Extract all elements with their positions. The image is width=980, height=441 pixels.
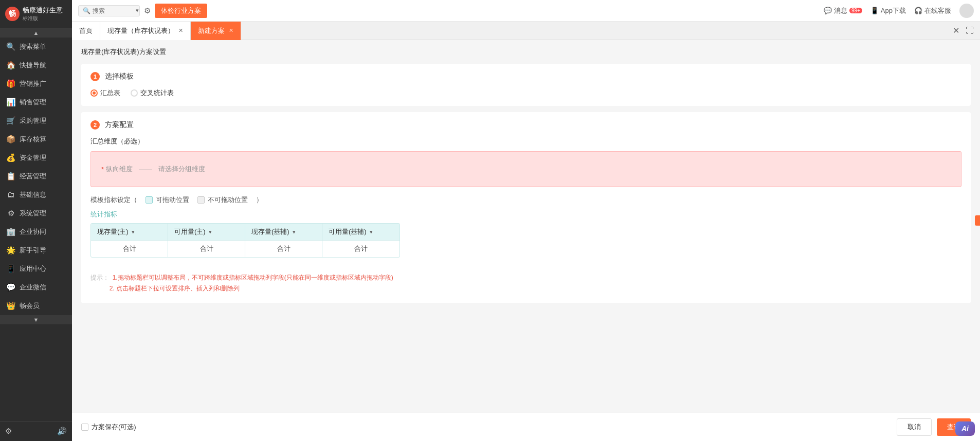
- table-cell-0-0: 合计: [91, 241, 168, 257]
- user-avatar[interactable]: [959, 4, 974, 18]
- sidebar-item-label: 企业协同: [20, 227, 46, 236]
- summary-dimension-label: 汇总维度（必选）: [90, 137, 961, 146]
- message-label: 消息: [834, 6, 847, 15]
- radio-summary-label: 汇总表: [100, 88, 120, 98]
- industry-btn[interactable]: 体验行业方案: [155, 4, 207, 18]
- sidebar-item-enterprise[interactable]: 🏢 企业协同: [0, 223, 72, 241]
- headset-icon: 🎧: [914, 7, 922, 14]
- tab-home[interactable]: 首页: [72, 22, 100, 40]
- tab-inventory-close-icon[interactable]: ✕: [178, 27, 183, 34]
- sidebar-item-purchase[interactable]: 🛒 采购管理: [0, 112, 72, 130]
- sidebar-item-member[interactable]: 👑 畅会员: [0, 297, 72, 315]
- table-header-0[interactable]: 现存量(主) ▾: [91, 224, 168, 240]
- app-name: 畅康通好生意: [23, 6, 63, 15]
- header-label-2: 现存量(基辅): [251, 227, 289, 236]
- step2-title: 方案配置: [105, 120, 134, 130]
- radio-summary[interactable]: 汇总表: [90, 88, 120, 98]
- sidebar-item-operations[interactable]: 📋 经营管理: [0, 167, 72, 186]
- header-dropdown-0[interactable]: ▾: [132, 229, 135, 235]
- tab-close-all-icon[interactable]: ✕: [951, 25, 961, 36]
- indicator-setting-label: 模板指标设定（: [90, 195, 137, 205]
- tab-new-plan[interactable]: 新建方案 ✕: [191, 22, 241, 40]
- cancel-button[interactable]: 取消: [897, 418, 932, 436]
- step2-section: 2 方案配置 汇总维度（必选） * 纵向维度 —— 请选择分组维度 模板指标设定…: [81, 112, 971, 303]
- table-cell-0-2: 合计: [245, 241, 322, 257]
- right-edge-tab[interactable]: [975, 215, 980, 226]
- ai-badge[interactable]: Ai: [955, 421, 975, 436]
- sidebar-item-quick-nav[interactable]: 🏠 快捷导航: [0, 56, 72, 75]
- table-header-row: 现存量(主) ▾ 可用量(主) ▾ 现存量(基辅) ▾ 可用量(基辅): [91, 224, 400, 240]
- table-header-1[interactable]: 可用量(主) ▾: [168, 224, 245, 240]
- sidebar: 畅 畅康通好生意 标准版 ▲ 🔍 搜索菜单 🏠 快捷导航 🎁 营销推广 📊 销售…: [0, 0, 72, 441]
- sidebar-item-system[interactable]: ⚙ 系统管理: [0, 204, 72, 223]
- search-input[interactable]: [93, 7, 134, 14]
- tip-0-text: 1.拖动标题栏可以调整布局，不可跨维度或指标区域拖动列字段(只能在同一维度或指标…: [113, 274, 393, 281]
- topbar-search-box[interactable]: 🔍 ▾: [78, 5, 140, 16]
- save-option[interactable]: 方案保存(可选): [81, 422, 136, 432]
- online-service-label: 在线客服: [924, 6, 951, 15]
- sidebar-item-finance[interactable]: 💰 资金管理: [0, 149, 72, 167]
- app-download-btn[interactable]: 📱 App下载: [870, 6, 906, 15]
- sidebar-scroll-down[interactable]: ▼: [0, 315, 72, 324]
- sidebar-item-sales[interactable]: 📊 销售管理: [0, 93, 72, 112]
- step2-header: 2 方案配置: [90, 120, 961, 130]
- sidebar-scroll-up[interactable]: ▲: [0, 28, 72, 38]
- settings-icon[interactable]: ⚙: [5, 427, 12, 436]
- dimension-placeholder: 请选择分组维度: [158, 164, 205, 174]
- header-dropdown-1[interactable]: ▾: [209, 229, 212, 235]
- stats-label: 统计指标: [90, 210, 961, 219]
- logo-icon: 畅: [5, 7, 20, 21]
- sidebar-item-basic-info[interactable]: 🗂 基础信息: [0, 186, 72, 204]
- tab-new-plan-close-icon[interactable]: ✕: [229, 27, 233, 34]
- topbar-gear-icon[interactable]: ⚙: [144, 6, 151, 15]
- sidebar-item-inventory[interactable]: 📦 库存核算: [0, 130, 72, 149]
- sidebar-item-label: 应用中心: [20, 264, 46, 273]
- building-icon: 🏢: [6, 227, 15, 236]
- sidebar-item-marketing[interactable]: 🎁 营销推广: [0, 75, 72, 93]
- tab-inventory-status[interactable]: 现存量（库存状况表） ✕: [100, 22, 191, 40]
- step2-num: 2: [90, 120, 100, 130]
- box-icon: 📦: [6, 135, 15, 144]
- table-cell-0-1: 合计: [168, 241, 245, 257]
- sidebar-logo: 畅 畅康通好生意 标准版: [0, 0, 72, 28]
- radio-cross-circle: [131, 89, 138, 97]
- sidebar-footer: ⚙ 🔊: [0, 421, 72, 441]
- message-btn[interactable]: 💬 消息 99+: [824, 6, 862, 15]
- tip-0: 提示： 1.拖动标题栏可以调整布局，不可跨维度或指标区域拖动列字段(只能在同一维…: [90, 273, 961, 282]
- online-service-btn[interactable]: 🎧 在线客服: [914, 6, 951, 15]
- search-icon: 🔍: [6, 42, 15, 51]
- download-icon: 📱: [870, 7, 879, 14]
- sidebar-item-wechat[interactable]: 💬 企业微信: [0, 278, 72, 297]
- fixed-legend-box: [197, 196, 205, 204]
- table-header-3[interactable]: 可用量(基辅) ▾: [322, 224, 400, 240]
- search-dropdown-icon[interactable]: ▾: [136, 7, 139, 14]
- crown-icon: 👑: [6, 301, 15, 310]
- dimension-arrow: ——: [139, 166, 152, 173]
- sidebar-logo-text: 畅康通好生意 标准版: [23, 6, 63, 22]
- step1-section: 1 选择模板 汇总表 交叉统计表: [81, 64, 971, 106]
- sidebar-item-appstore[interactable]: 📱 应用中心: [0, 260, 72, 278]
- tab-expand-icon[interactable]: ⛶: [964, 25, 976, 36]
- audio-icon[interactable]: 🔊: [57, 427, 67, 436]
- dimension-area[interactable]: * 纵向维度 —— 请选择分组维度: [90, 151, 961, 187]
- footer: 方案保存(可选) 取消 查询: [72, 413, 980, 441]
- tabbar: 首页 现存量（库存状况表） ✕ 新建方案 ✕ ✕ ⛶: [72, 22, 980, 40]
- sidebar-item-search[interactable]: 🔍 搜索菜单: [0, 38, 72, 56]
- legend-fixed: 不可拖动位置: [197, 195, 248, 205]
- radio-cross[interactable]: 交叉统计表: [131, 88, 174, 98]
- sidebar-item-label: 企业微信: [20, 283, 46, 292]
- save-checkbox[interactable]: [81, 424, 88, 431]
- sidebar-item-label: 新手引导: [20, 246, 46, 255]
- sidebar-item-label: 资金管理: [20, 153, 46, 162]
- header-label-3: 可用量(基辅): [329, 227, 367, 236]
- table-header-2[interactable]: 现存量(基辅) ▾: [245, 224, 322, 240]
- header-label-0: 现存量(主): [97, 227, 129, 236]
- main-area: 🔍 ▾ ⚙ 体验行业方案 💬 消息 99+ 📱 App下载 🎧 在线客服: [72, 0, 980, 441]
- app-download-label: App下载: [881, 6, 906, 15]
- tab-new-plan-label: 新建方案: [198, 26, 225, 35]
- header-dropdown-2[interactable]: ▾: [293, 229, 296, 235]
- header-dropdown-3[interactable]: ▾: [370, 229, 373, 235]
- money-icon: 💰: [6, 153, 15, 162]
- required-marker: *: [101, 166, 104, 173]
- sidebar-item-newuser[interactable]: 🌟 新手引导: [0, 241, 72, 260]
